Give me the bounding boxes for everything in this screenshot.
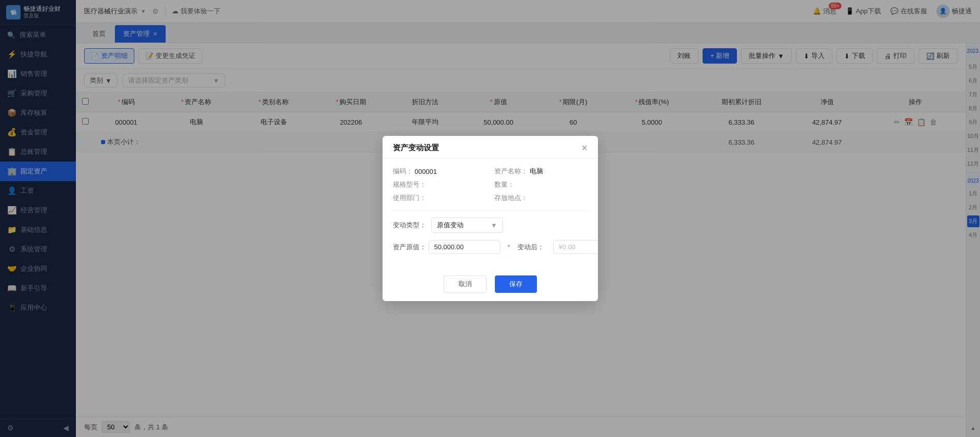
info-asset-name: 资产名称： 电脑 — [494, 167, 588, 176]
quantity-label: 数量： — [494, 180, 514, 189]
change-type-label: 变动类型： — [393, 221, 426, 230]
after-change-placeholder: ¥0.00 — [559, 243, 598, 251]
after-change-input[interactable]: ¥0.00 — [553, 240, 598, 254]
asset-name-value: 电脑 — [530, 167, 543, 176]
location-label: 存放地点： — [494, 193, 528, 203]
code-value: 000001 — [415, 168, 437, 175]
dialog-overlay: 资产变动设置 ✕ 编码： 000001 资产名称： 电脑 规格型号： 数 — [0, 0, 980, 437]
dialog-title: 资产变动设置 — [393, 143, 439, 153]
dialog-footer: 取消 保存 — [383, 269, 598, 301]
after-change-label: 变动后： — [517, 243, 548, 252]
asset-original-label: 资产原值： — [393, 243, 424, 252]
change-type-field: 变动类型： 原值变动 ▼ — [393, 217, 588, 233]
save-button[interactable]: 保存 — [495, 275, 537, 293]
code-label: 编码： — [393, 167, 413, 176]
change-type-dropdown-icon: ▼ — [491, 222, 497, 229]
spec-label: 规格型号： — [393, 180, 426, 189]
info-dept: 使用部门： — [393, 193, 486, 203]
asset-value-field: 资产原值： 50,000.00 * 变动后： ¥0.00 — [393, 240, 588, 254]
dialog-header: 资产变动设置 ✕ — [383, 136, 598, 158]
change-type-select[interactable]: 原值变动 ▼ — [431, 217, 503, 233]
asset-change-dialog: 资产变动设置 ✕ 编码： 000001 资产名称： 电脑 规格型号： 数 — [383, 136, 598, 301]
required-star: * — [508, 243, 510, 251]
asset-original-value: 50,000.00 — [434, 243, 495, 251]
info-quantity: 数量： — [494, 180, 588, 189]
asset-original-value-display: 50,000.00 — [429, 240, 501, 254]
dept-label: 使用部门： — [393, 193, 426, 203]
info-code: 编码： 000001 — [393, 167, 486, 176]
info-location: 存放地点： — [494, 193, 588, 203]
dialog-close-icon[interactable]: ✕ — [581, 143, 588, 153]
cancel-button[interactable]: 取消 — [444, 275, 487, 293]
dialog-body: 编码： 000001 资产名称： 电脑 规格型号： 数量： 使用部门： — [383, 158, 598, 269]
info-spec: 规格型号： — [393, 180, 486, 189]
dialog-info-grid: 编码： 000001 资产名称： 电脑 规格型号： 数量： 使用部门： — [393, 167, 588, 210]
change-type-value: 原值变动 — [437, 221, 487, 230]
asset-name-label: 资产名称： — [494, 167, 528, 176]
